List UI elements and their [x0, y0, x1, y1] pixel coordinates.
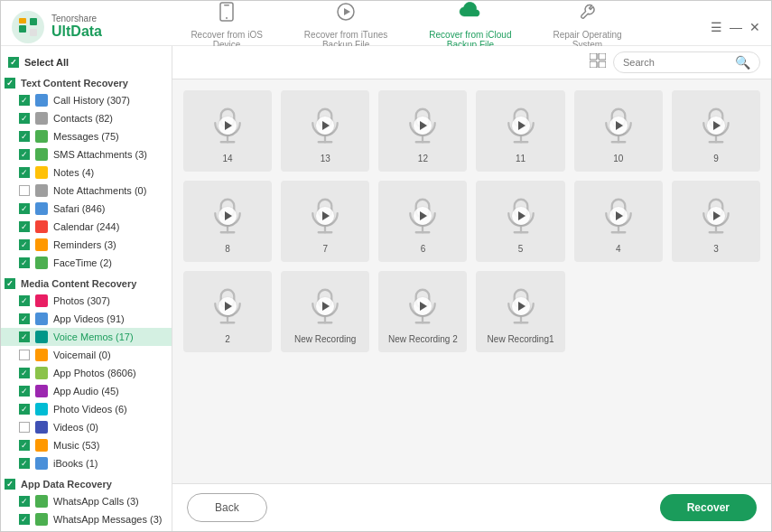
sidebar-item-app-videos[interactable]: ✓ App Videos (91)	[1, 310, 172, 328]
sms-checkbox[interactable]: ✓	[19, 149, 30, 160]
grid-item-13[interactable]: 13	[281, 90, 369, 172]
calendar-checkbox[interactable]: ✓	[19, 221, 30, 232]
play-button-8[interactable]	[219, 207, 237, 225]
back-button[interactable]: Back	[187, 493, 267, 522]
sidebar-item-voicemail[interactable]: Voicemail (0)	[1, 346, 172, 364]
facetime-checkbox[interactable]: ✓	[19, 257, 30, 268]
minimize-button[interactable]: —	[730, 20, 742, 34]
sidebar-item-voice-memos[interactable]: ✓ Voice Memos (17)	[1, 328, 172, 346]
sidebar-item-notes[interactable]: ✓ Notes (4)	[1, 163, 172, 182]
select-all-checkbox[interactable]: ✓	[8, 57, 19, 68]
safari-checkbox[interactable]: ✓	[19, 203, 30, 214]
appvideos-checkbox[interactable]: ✓	[19, 313, 30, 324]
grid-label-13: 13	[321, 154, 330, 163]
voicememos-label: Voice Memos (17)	[53, 331, 134, 342]
close-button[interactable]: ✕	[749, 20, 760, 34]
grid-item-3[interactable]: 3	[672, 181, 760, 262]
contacts-checkbox[interactable]: ✓	[19, 113, 30, 124]
text-section-checkbox[interactable]: ✓	[5, 78, 15, 89]
play-button-new-rec-2[interactable]	[414, 297, 432, 315]
sidebar-item-messages[interactable]: ✓ Messages (75)	[1, 127, 172, 145]
grid-item-new-recording[interactable]: New Recording	[281, 271, 369, 352]
videos-label: Videos (0)	[53, 422, 98, 433]
sidebar-item-note-attachments[interactable]: Note Attachments (0)	[1, 182, 172, 200]
ibooks-checkbox[interactable]: ✓	[19, 458, 30, 469]
sidebar-item-videos[interactable]: Videos (0)	[1, 418, 172, 436]
voice-memos-grid: 14 13	[183, 90, 760, 352]
call-history-icon	[35, 94, 48, 107]
select-all-row[interactable]: ✓ Select All	[1, 53, 172, 71]
play-button-12[interactable]	[414, 117, 432, 135]
photos-checkbox[interactable]: ✓	[19, 295, 30, 306]
play-button-new-rec[interactable]	[316, 297, 334, 315]
grid-item-12[interactable]: 12	[378, 90, 467, 172]
grid-item-2[interactable]: 2	[183, 271, 272, 352]
grid-item-new-recording-2[interactable]: New Recording 2	[378, 271, 467, 352]
sidebar-item-reminders[interactable]: ✓ Reminders (3)	[1, 236, 172, 254]
play-button-14[interactable]	[219, 117, 237, 135]
ibooks-icon	[35, 457, 48, 470]
grid-item-8[interactable]: 8	[183, 181, 272, 262]
sidebar-item-music[interactable]: ✓ Music (53)	[1, 436, 172, 454]
sidebar-item-sms-attachments[interactable]: ✓ SMS Attachments (3)	[1, 145, 172, 163]
voicememos-icon	[35, 331, 48, 343]
play-button-9[interactable]	[707, 117, 725, 135]
sidebar-item-photos[interactable]: ✓ Photos (307)	[1, 292, 172, 310]
voicemail-checkbox[interactable]	[19, 350, 30, 360]
play-button-7[interactable]	[316, 207, 334, 225]
sidebar-item-safari[interactable]: ✓ Safari (846)	[1, 200, 172, 218]
sidebar-item-call-history[interactable]: ✓ Call History (307)	[1, 91, 172, 109]
notes-checkbox[interactable]: ✓	[19, 167, 30, 178]
play-button-new-rec-1[interactable]	[512, 297, 530, 315]
sidebar-item-whatsapp-messages[interactable]: ✓ WhatsApp Messages (3)	[1, 510, 172, 528]
grid-item-new-recording-1[interactable]: New Recording1	[476, 271, 564, 352]
grid-item-14[interactable]: 14	[183, 90, 272, 172]
svg-rect-4	[30, 29, 37, 36]
wacalls-checkbox[interactable]: ✓	[19, 496, 30, 507]
videos-checkbox[interactable]	[19, 422, 30, 433]
play-button-2[interactable]	[219, 297, 237, 315]
grid-item-9[interactable]: 9	[672, 90, 760, 172]
sidebar-item-whatsapp-calls[interactable]: ✓ WhatsApp Calls (3)	[1, 492, 172, 510]
photovideos-checkbox[interactable]: ✓	[19, 404, 30, 415]
play-button-4[interactable]	[609, 207, 628, 225]
sidebar-item-whatsapp-attachments[interactable]: WhatsApp Attachments (0)	[1, 528, 172, 531]
reminders-checkbox[interactable]: ✓	[19, 239, 30, 250]
sidebar-item-calendar[interactable]: ✓ Calendar (244)	[1, 218, 172, 236]
play-button-10[interactable]	[609, 117, 628, 135]
sidebar-item-facetime[interactable]: ✓ FaceTime (2)	[1, 254, 172, 272]
grid-item-11[interactable]: 11	[476, 90, 564, 172]
grid-item-5[interactable]: 5	[476, 181, 564, 262]
grid-item-7[interactable]: 7	[281, 181, 369, 262]
music-checkbox[interactable]: ✓	[19, 440, 30, 451]
messages-checkbox[interactable]: ✓	[19, 131, 30, 142]
play-button-11[interactable]	[512, 117, 530, 135]
sidebar-item-app-audio[interactable]: ✓ App Audio (45)	[1, 382, 172, 400]
wamsg-checkbox[interactable]: ✓	[19, 514, 30, 525]
play-button-6[interactable]	[414, 207, 432, 225]
appphotos-checkbox[interactable]: ✓	[19, 368, 30, 378]
grid-item-4[interactable]: 4	[574, 181, 663, 262]
grid-item-6[interactable]: 6	[378, 181, 467, 262]
search-input[interactable]	[623, 57, 731, 68]
appaudio-checkbox[interactable]: ✓	[19, 386, 30, 397]
play-button-3[interactable]	[707, 207, 725, 225]
note-attach-icon	[35, 184, 48, 197]
play-button-13[interactable]	[316, 117, 334, 135]
call-history-checkbox[interactable]: ✓	[19, 95, 30, 106]
sidebar-item-photo-videos[interactable]: ✓ Photo Videos (6)	[1, 400, 172, 418]
appdata-section-checkbox[interactable]: ✓	[5, 479, 15, 490]
media-section-checkbox[interactable]: ✓	[5, 278, 15, 289]
sidebar-item-ibooks[interactable]: ✓ iBooks (1)	[1, 454, 172, 472]
voicememos-checkbox[interactable]: ✓	[19, 331, 30, 342]
sidebar-item-app-photos[interactable]: ✓ App Photos (8606)	[1, 364, 172, 382]
note-attach-checkbox[interactable]	[19, 185, 30, 196]
messages-label: Messages (75)	[53, 131, 119, 142]
play-button-5[interactable]	[512, 207, 530, 225]
mic-container-new-rec	[302, 281, 348, 331]
sidebar-item-contacts[interactable]: ✓ Contacts (82)	[1, 109, 172, 127]
menu-button[interactable]: ☰	[711, 20, 722, 34]
grid-item-10[interactable]: 10	[574, 90, 663, 172]
recover-button[interactable]: Recover	[660, 494, 757, 521]
view-toggle-button[interactable]	[590, 53, 606, 71]
